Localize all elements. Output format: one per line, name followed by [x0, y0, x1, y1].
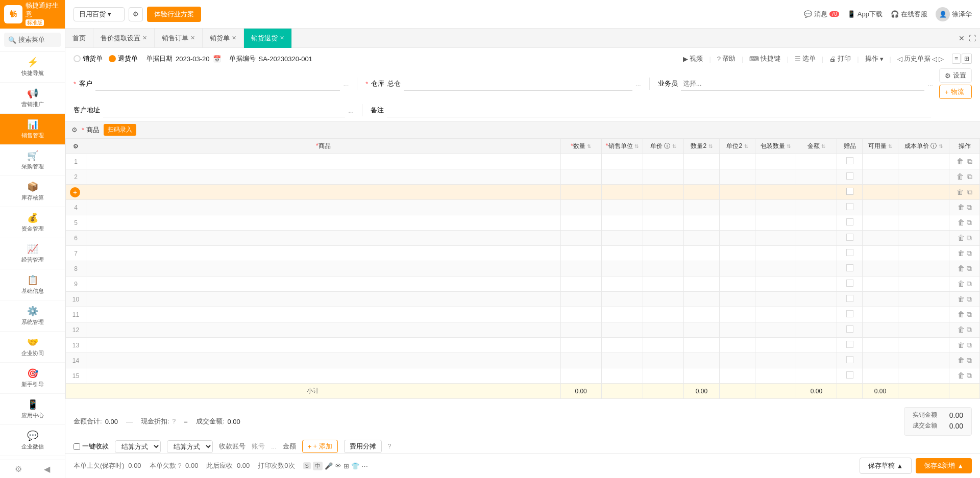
delete-icon[interactable]: 🗑 [957, 248, 966, 258]
shirt-icon[interactable]: 👕 [351, 462, 359, 470]
sidebar-item-operations[interactable]: 📈 经营管理 [0, 238, 65, 269]
sales-unit-cell-3[interactable] [601, 185, 643, 200]
collapse-sidebar-button[interactable]: ◀ [44, 464, 50, 474]
qty-cell-1[interactable] [560, 154, 601, 169]
product-cell-3[interactable] [86, 185, 561, 200]
delete-icon[interactable]: 🗑 [957, 263, 966, 273]
customer-input[interactable] [95, 77, 340, 91]
add-row-button[interactable]: + [70, 187, 80, 197]
tab-maximize-button[interactable]: ⛶ [969, 34, 976, 42]
tab-close-all-button[interactable]: ✕ [959, 34, 965, 42]
sidebar-item-basics[interactable]: 📋 基础信息 [0, 269, 65, 300]
search-menu-button[interactable]: 🔍 搜索菜单 [4, 33, 61, 47]
sidebar-item-member[interactable]: 👑 畅会员 [0, 456, 65, 460]
delete-icon[interactable]: 🗑 [957, 294, 966, 304]
salesperson-input[interactable] [681, 77, 924, 91]
view-list-btn[interactable]: ≡ [952, 54, 961, 64]
quick-payment-checkbox[interactable]: 一键收款 [74, 442, 109, 451]
warehouse-dots[interactable]: ... [635, 80, 641, 88]
sidebar-item-inventory[interactable]: 📦 库存核算 [0, 176, 65, 207]
package-qty-cell-2[interactable] [755, 169, 796, 185]
unit-price-cell-2[interactable] [643, 169, 684, 185]
logistics-button[interactable]: + 物流 [939, 85, 972, 99]
topbar-gear-button[interactable]: ⚙ [129, 7, 143, 21]
delete-icon[interactable]: 🗑 [957, 324, 966, 335]
online-service-button[interactable]: 🎧 在线客服 [891, 10, 927, 19]
select-btn[interactable]: ☰ 选单 [793, 53, 818, 64]
table-settings-icon[interactable]: ⚙ [71, 126, 78, 134]
user-menu[interactable]: 👤 徐泽华 [936, 7, 972, 21]
copy-icon[interactable]: ⧉ [966, 355, 973, 365]
calendar-icon[interactable]: 📅 [213, 55, 221, 63]
shortcut-btn[interactable]: ⌨ 快捷键 [747, 53, 782, 64]
history-btn[interactable]: ◁ 历史单据 ◁ ▷ [895, 53, 946, 64]
gift-checkbox-3[interactable] [846, 188, 853, 195]
gift-checkbox[interactable] [846, 295, 853, 302]
account-dots[interactable]: ... [271, 443, 277, 450]
tab-price-setting-close[interactable]: ✕ [142, 35, 147, 41]
gift-checkbox[interactable] [846, 325, 853, 333]
salesperson-dots[interactable]: ... [927, 80, 933, 88]
unit2-cell-2[interactable] [720, 169, 755, 185]
gift-checkbox[interactable] [846, 371, 853, 379]
delete-icon[interactable]: 🗑 [957, 355, 966, 365]
print-btn[interactable]: 🖨 打印 [827, 53, 853, 64]
gift-cell-2[interactable] [837, 169, 863, 185]
package-qty-cell-1[interactable] [755, 154, 796, 169]
unit-price-cell-1[interactable] [643, 154, 684, 169]
cost-price-cell-1[interactable] [898, 154, 949, 169]
gift-checkbox-1[interactable] [846, 157, 853, 164]
delete-icon[interactable]: 🗑 [957, 309, 966, 319]
sidebar-item-enterprise[interactable]: 🤝 企业协同 [0, 332, 65, 363]
copy-row-3-button[interactable]: ⧉ [966, 187, 973, 197]
tab-home[interactable]: 首页 [65, 29, 93, 48]
radio-delivery[interactable]: 销货单 [74, 54, 103, 63]
gift-checkbox[interactable] [846, 310, 853, 317]
app-download-button[interactable]: 📱 App下载 [847, 10, 883, 19]
eye-icon[interactable]: 👁 [335, 462, 341, 470]
gift-cell-1[interactable] [837, 154, 863, 169]
discount-help-icon[interactable]: ? [173, 418, 176, 425]
tab-sales-return[interactable]: 销货退货 ✕ [244, 29, 292, 48]
date-value[interactable]: 2023-03-20 [176, 55, 210, 63]
qty2-cell-3[interactable] [684, 185, 720, 200]
radio-return[interactable]: 退货单 [109, 54, 138, 63]
copy-icon[interactable]: ⧉ [966, 217, 973, 228]
sidebar-item-wechat[interactable]: 💬 企业微信 [0, 425, 65, 456]
amount-cell-1[interactable] [796, 154, 837, 169]
payment-method-select[interactable]: 结算方式 [167, 440, 213, 453]
sidebar-item-marketing[interactable]: 📢 营销推广 [0, 83, 65, 114]
copy-icon[interactable]: ⧉ [966, 309, 973, 319]
industry-selector[interactable]: 日用百货 ▾ [74, 7, 125, 21]
delete-row-2-button[interactable]: 🗑 [955, 171, 965, 182]
sidebar-item-purchase[interactable]: 🛒 采购管理 [0, 145, 65, 176]
copy-icon[interactable]: ⧉ [966, 279, 973, 289]
delete-icon[interactable]: 🗑 [957, 202, 966, 212]
gift-checkbox[interactable] [846, 218, 853, 225]
gift-checkbox[interactable] [846, 249, 853, 256]
save-new-button[interactable]: 保存&新增 ▲ [916, 458, 972, 473]
operate-btn[interactable]: 操作 ▾ [863, 53, 886, 64]
gift-checkbox[interactable] [846, 356, 853, 363]
sidebar-item-finance[interactable]: 💰 资金管理 [0, 207, 65, 238]
delete-row-3-button[interactable]: 🗑 [955, 187, 965, 197]
available-cell-1[interactable] [863, 154, 898, 169]
form-settings-button[interactable]: ⚙ 设置 [939, 68, 972, 83]
sidebar-item-system[interactable]: ⚙️ 系统管理 [0, 300, 65, 332]
gift-checkbox[interactable] [846, 234, 853, 241]
package-qty-cell-3[interactable] [755, 185, 796, 200]
available-cell-2[interactable] [863, 169, 898, 185]
product-cell-2[interactable] [86, 169, 561, 185]
copy-icon[interactable]: ⧉ [966, 263, 973, 273]
gift-checkbox[interactable] [846, 280, 853, 287]
gift-checkbox-2[interactable] [846, 172, 853, 180]
fee-split-button[interactable]: 费用分摊 [344, 440, 382, 453]
tab-sales-delivery[interactable]: 销货单 ✕ [203, 29, 244, 48]
address-input[interactable] [103, 103, 345, 117]
tab-sales-order-close[interactable]: ✕ [190, 35, 195, 41]
copy-icon[interactable]: ⧉ [966, 202, 973, 212]
save-draft-button[interactable]: 保存草稿 ▲ [860, 458, 912, 474]
copy-icon[interactable]: ⧉ [966, 248, 973, 258]
sales-unit-cell-1[interactable] [601, 154, 643, 169]
cost-price-cell-2[interactable] [898, 169, 949, 185]
